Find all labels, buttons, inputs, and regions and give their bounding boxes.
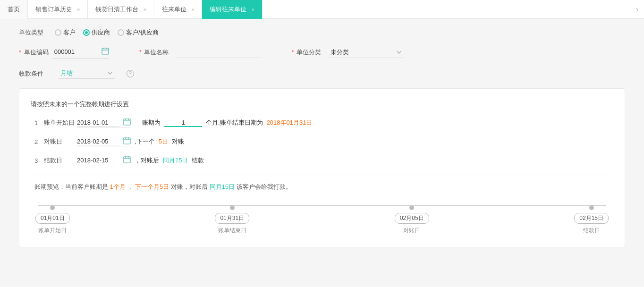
tl-badge-1: 01月01日 xyxy=(35,213,70,224)
tl-caption-4: 结款日 xyxy=(583,227,600,235)
tab-sales-history-close[interactable]: × xyxy=(77,7,80,12)
tab-edit-partner-label: 编辑往来单位 xyxy=(210,5,246,14)
preview-p1-sep: ， xyxy=(127,183,133,190)
period-suffix: 个月,账单结束日期为 xyxy=(206,118,263,127)
payment-suffix-2: 结款 xyxy=(192,156,204,165)
svg-rect-4 xyxy=(124,119,130,125)
tl-dot-4 xyxy=(589,205,594,210)
unit-code-label: * 单位编码 xyxy=(19,48,49,57)
start-date-input[interactable] xyxy=(77,119,119,127)
radio-supplier[interactable]: 供应商 xyxy=(83,28,110,37)
reconcile-day-highlight: 5日 xyxy=(159,137,168,146)
unit-name-label: * 单位名称 xyxy=(139,48,169,57)
radio-customer[interactable]: 客户 xyxy=(55,28,76,37)
tab-cash-work[interactable]: 钱货日清工作台 × xyxy=(88,0,154,19)
payment-suffix-1: ，对账后 xyxy=(135,156,159,165)
payment-date-calendar-icon[interactable] xyxy=(123,156,131,165)
unit-type-row: 单位类型 客户 供应商 客户/供应商 xyxy=(19,28,625,37)
page-content: 单位类型 客户 供应商 客户/供应商 * 单位编码 xyxy=(0,19,644,287)
svg-rect-0 xyxy=(102,48,109,54)
tab-edit-partner-close[interactable]: × xyxy=(251,7,254,12)
unit-type-radio-group: 客户 供应商 客户/供应商 xyxy=(55,28,159,37)
radio-customer-circle xyxy=(55,29,61,36)
preview-p2-sep: 对账，对账后 xyxy=(171,183,208,190)
tl-dot-3 xyxy=(409,205,414,210)
tl-node-1: 01月01日 账单开始日 xyxy=(35,205,70,235)
unit-name-group: * 单位名称 河南供应商22 xyxy=(139,47,262,58)
tab-home-label: 首页 xyxy=(8,5,20,14)
setting-num-2: 2 xyxy=(34,138,44,145)
tl-node-4: 02月15日 结款日 xyxy=(574,205,609,235)
preview-p1: 1个月 xyxy=(110,183,126,190)
radio-both-label: 客户/供应商 xyxy=(126,28,159,37)
unit-code-input[interactable] xyxy=(52,46,100,57)
reconcile-date-calendar-icon[interactable] xyxy=(123,137,131,146)
setting-value-3: ，对账后 同月15日 结款 xyxy=(77,156,204,165)
unit-code-picker-icon[interactable] xyxy=(102,47,109,56)
payment-date-wrap xyxy=(77,156,131,165)
start-date-calendar-icon[interactable] xyxy=(123,118,131,127)
unit-code-group: * 单位编码 xyxy=(19,46,109,59)
period-end-date: 2018年01月31日 xyxy=(267,118,313,127)
tab-partner-close[interactable]: × xyxy=(191,7,194,12)
card-instruction: 请按照未来的一个完整帐期进行设置 xyxy=(31,100,613,109)
svg-rect-8 xyxy=(124,138,130,144)
unit-category-group: * 单位分类 未分类 xyxy=(291,47,404,58)
tl-caption-3: 对账日 xyxy=(403,227,420,235)
setting-label-2: 对账日 xyxy=(44,137,77,146)
tl-badge-2: 01月31日 xyxy=(215,213,249,224)
tl-caption-2: 账单结束日 xyxy=(218,227,246,235)
radio-supplier-circle xyxy=(83,29,90,36)
setting-num-3: 3 xyxy=(34,157,44,164)
unit-info-row: * 单位编码 * 单位名称 河南供应商22 * 单位分类 未分类 xyxy=(19,46,625,59)
setting-row-1: 1 账单开始日 账期为 个月,账单结束日期为 2018年01月31日 xyxy=(31,118,613,127)
tab-bar: 首页 销售订单历史 × 钱货日清工作台 × 往来单位 × 编辑往来单位 × › xyxy=(0,0,644,19)
payment-value: 月结 xyxy=(60,69,103,77)
tl-caption-1: 账单开始日 xyxy=(38,227,67,235)
payment-day-highlight: 同月15日 xyxy=(163,156,188,165)
svg-rect-12 xyxy=(124,157,130,163)
start-date-wrap xyxy=(77,118,131,127)
preview-text: 账期预览：当前客户账期是 1个月 ， 下一个月5日 对账，对账后 同月15日 该… xyxy=(31,183,613,191)
reconcile-suffix-2: 对账 xyxy=(172,137,184,146)
reconcile-suffix-1: ,下一个 xyxy=(135,137,155,146)
preview-p2: 下一个月5日 xyxy=(135,183,169,190)
tl-badge-4: 02月15日 xyxy=(574,213,609,224)
tl-dot-1 xyxy=(50,205,55,210)
unit-type-label: 单位类型 xyxy=(19,28,43,37)
tl-node-2: 01月31日 账单结束日 xyxy=(215,205,249,235)
tab-partner-label: 往来单位 xyxy=(162,5,186,14)
setting-row-2: 2 对账日 ,下一个 5日 对账 xyxy=(31,137,613,146)
tab-cash-work-label: 钱货日清工作台 xyxy=(95,5,138,14)
payment-help-icon[interactable]: ? xyxy=(127,70,134,77)
tab-sales-history-label: 销售订单历史 xyxy=(35,5,72,14)
payment-date-input[interactable] xyxy=(77,157,119,164)
radio-customer-label: 客户 xyxy=(63,28,76,37)
tab-partner[interactable]: 往来单位 × xyxy=(154,0,202,19)
period-prefix: 账期为 xyxy=(142,118,161,127)
unit-category-select[interactable]: 未分类 xyxy=(329,47,404,58)
reconcile-date-input[interactable] xyxy=(77,138,119,145)
preview-label: 账期预览：当前客户账期是 xyxy=(34,183,108,190)
radio-supplier-label: 供应商 xyxy=(92,28,110,37)
tab-expand-button[interactable]: › xyxy=(630,5,644,14)
tl-node-3: 02月05日 对账日 xyxy=(395,205,429,235)
unit-name-input[interactable]: 河南供应商22 xyxy=(176,47,261,58)
setting-row-3: 3 结款日 ，对账后 同月15日 结款 xyxy=(31,156,613,165)
setting-label-1: 账单开始日 xyxy=(44,118,77,127)
tl-badge-3: 02月05日 xyxy=(395,213,429,224)
setting-label-3: 结款日 xyxy=(44,156,77,165)
tab-sales-history[interactable]: 销售订单历史 × xyxy=(28,0,88,19)
tab-edit-partner[interactable]: 编辑往来单位 × xyxy=(202,0,262,19)
unit-code-input-wrap xyxy=(52,46,109,59)
payment-select[interactable]: 月结 xyxy=(59,68,115,79)
radio-both[interactable]: 客户/供应商 xyxy=(118,28,159,37)
period-input[interactable] xyxy=(164,119,202,127)
tab-home[interactable]: 首页 xyxy=(0,0,28,19)
payment-row: 收款条件 月结 ? xyxy=(19,68,625,79)
tl-dot-2 xyxy=(230,205,235,210)
unit-category-value: 未分类 xyxy=(330,48,392,57)
tab-cash-work-close[interactable]: × xyxy=(143,7,146,12)
preview-p3-sep: 该客户会给我打款。 xyxy=(237,183,292,190)
timeline-section: 01月01日 账单开始日 01月31日 账单结束日 02月05日 对账日 xyxy=(31,201,613,239)
